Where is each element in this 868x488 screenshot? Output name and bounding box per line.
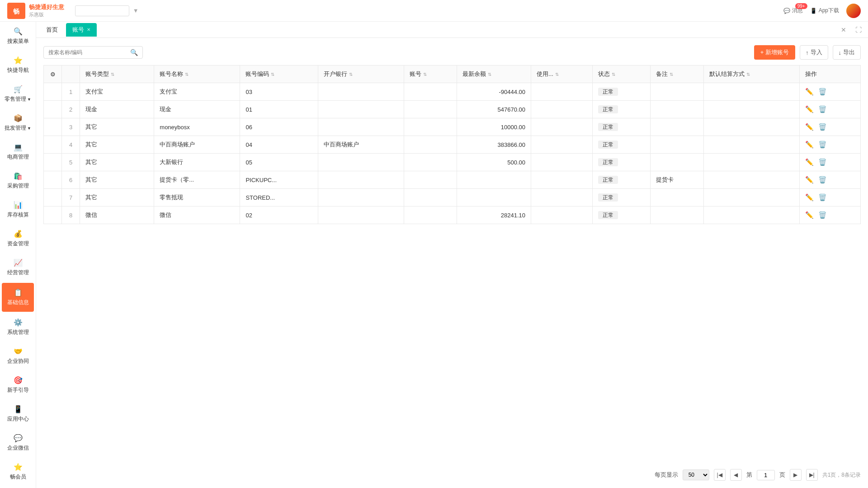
tab-close-all-icon[interactable]: ✕ xyxy=(838,25,849,34)
sidebar-item-retail-mgmt[interactable]: 🛒 零售管理 ▼ xyxy=(0,80,36,108)
tab-expand-icon[interactable]: ⛶ xyxy=(853,25,864,34)
delete-button[interactable]: 🗑️ xyxy=(818,88,827,96)
delete-button[interactable]: 🗑️ xyxy=(818,141,827,149)
row-number: 1 xyxy=(62,83,80,101)
sidebar-label-business-mgmt: 经营管理 xyxy=(7,269,29,277)
sidebar-item-business-mgmt[interactable]: 📈 经营管理 xyxy=(0,253,36,282)
row-bank xyxy=(318,118,404,136)
sidebar-label-inventory: 库存核算 xyxy=(7,211,29,219)
row-usage xyxy=(531,189,593,206)
user-avatar[interactable] xyxy=(846,4,861,18)
row-actions: ✏️ 🗑️ xyxy=(800,189,861,206)
message-button[interactable]: 💬 消息 99+ xyxy=(783,7,803,14)
next-page-button[interactable]: ▶ xyxy=(790,469,802,481)
sidebar-item-vip-member[interactable]: ⭐ 畅会员 xyxy=(0,457,36,486)
delete-button[interactable]: 🗑️ xyxy=(818,193,827,202)
message-badge: 99+ xyxy=(795,3,807,9)
col-account-type[interactable]: 账号类型⇅ xyxy=(80,66,154,83)
col-account-name[interactable]: 账号名称⇅ xyxy=(154,66,240,83)
row-bank: 中百商场账户 xyxy=(318,136,404,154)
edit-button[interactable]: ✏️ xyxy=(805,123,814,131)
row-actions: ✏️ 🗑️ xyxy=(800,118,861,136)
sidebar-item-basic-info[interactable]: 📋 基础信息 xyxy=(2,283,34,312)
logo-area: 畅 畅捷通好生意 乐惠版 ▼ xyxy=(7,3,139,19)
row-number: 8 xyxy=(62,206,80,224)
row-settings-cell xyxy=(44,189,62,206)
sidebar-item-system-mgmt[interactable]: ⚙️ 系统管理 xyxy=(0,313,36,342)
row-remark xyxy=(650,189,703,206)
row-account-code: PICKUPC... xyxy=(240,171,318,189)
sidebar-item-purchase-mgmt[interactable]: 🛍️ 采购管理 xyxy=(0,166,36,195)
row-account-type: 现金 xyxy=(80,101,154,118)
row-default-settlement xyxy=(703,101,799,118)
row-account-name: 提货卡（零... xyxy=(154,171,240,189)
add-account-button[interactable]: + 新增账号 xyxy=(754,45,795,60)
import-button[interactable]: ↑ 导入 xyxy=(800,45,828,60)
tab-home[interactable]: 首页 xyxy=(40,23,64,37)
tab-accounts-close-icon[interactable]: ✕ xyxy=(87,27,90,32)
col-usage[interactable]: 使用...⇅ xyxy=(531,66,593,83)
row-default-settlement xyxy=(703,171,799,189)
first-page-button[interactable]: |◀ xyxy=(714,469,726,481)
pagination: 每页显示 50 10 20 100 |◀ ◀ 第 页 ▶ ▶| 共1页，8条记录 xyxy=(43,464,861,481)
edit-button[interactable]: ✏️ xyxy=(805,176,814,184)
last-page-button[interactable]: ▶| xyxy=(806,469,818,481)
col-account-code[interactable]: 账号编码⇅ xyxy=(240,66,318,83)
edit-button[interactable]: ✏️ xyxy=(805,105,814,113)
sidebar-item-app-center[interactable]: 📱 应用中心 xyxy=(0,399,36,428)
sidebar-item-wholesale-mgmt[interactable]: 📦 批发管理 ▼ xyxy=(0,108,36,137)
delete-button[interactable]: 🗑️ xyxy=(818,211,827,219)
app-download-button[interactable]: 📱 App下载 xyxy=(810,7,839,14)
edit-button[interactable]: ✏️ xyxy=(805,88,814,96)
col-settings[interactable]: ⚙ xyxy=(44,66,62,83)
delete-button[interactable]: 🗑️ xyxy=(818,123,827,131)
sidebar-item-new-guide[interactable]: 🎯 新手引导 xyxy=(0,371,36,399)
sidebar-item-enterprise-wechat[interactable]: 💬 企业微信 xyxy=(0,428,36,457)
sidebar-item-quick-nav[interactable]: ⭐ 快捷导航 xyxy=(0,51,36,80)
export-button[interactable]: ↓ 导出 xyxy=(833,45,861,60)
table-row: 8 微信 微信 02 28241.10 正常 ✏️ 🗑️ xyxy=(44,206,861,224)
sidebar-item-enterprise-agreement[interactable]: 🤝 企业协同 xyxy=(0,342,36,371)
edit-button[interactable]: ✏️ xyxy=(805,193,814,202)
row-number: 4 xyxy=(62,136,80,154)
col-default-settlement[interactable]: 默认结算方式⇅ xyxy=(703,66,799,83)
col-status[interactable]: 状态⇅ xyxy=(593,66,650,83)
edit-button[interactable]: ✏️ xyxy=(805,158,814,166)
edit-button[interactable]: ✏️ xyxy=(805,141,814,149)
row-default-settlement xyxy=(703,118,799,136)
add-account-label: + 新增账号 xyxy=(760,48,789,56)
sidebar-item-search-menu[interactable]: 🔍 搜索菜单 xyxy=(0,22,36,51)
header-search-input[interactable] xyxy=(75,5,129,16)
sidebar-label-wholesale-mgmt: 批发管理 xyxy=(5,124,26,132)
header-search-arrow[interactable]: ▼ xyxy=(133,7,139,14)
delete-button[interactable]: 🗑️ xyxy=(818,105,827,113)
delete-button[interactable]: 🗑️ xyxy=(818,158,827,166)
col-latest-balance[interactable]: 最新余额⇅ xyxy=(457,66,531,83)
sidebar-label-vip-member: 畅会员 xyxy=(10,473,26,481)
top-header: 畅 畅捷通好生意 乐惠版 ▼ 💬 消息 99+ 📱 App下载 xyxy=(0,0,868,22)
sidebar-item-finance-mgmt[interactable]: 💰 资金管理 xyxy=(0,224,36,253)
col-remark[interactable]: 备注⇅ xyxy=(650,66,703,83)
col-account-no[interactable]: 账号⇅ xyxy=(404,66,457,83)
prev-page-button[interactable]: ◀ xyxy=(730,469,742,481)
page-size-select[interactable]: 50 10 20 100 xyxy=(683,469,709,480)
sidebar-item-ecommerce-mgmt[interactable]: 💻 电商管理 xyxy=(0,137,36,166)
basic-info-icon: 📋 xyxy=(14,288,23,297)
edit-button[interactable]: ✏️ xyxy=(805,211,814,219)
row-bank xyxy=(318,154,404,171)
row-usage xyxy=(531,206,593,224)
delete-button[interactable]: 🗑️ xyxy=(818,176,827,184)
tab-accounts[interactable]: 账号 ✕ xyxy=(66,23,97,37)
row-usage xyxy=(531,136,593,154)
row-bank xyxy=(318,101,404,118)
sidebar-item-inventory[interactable]: 📊 库存核算 xyxy=(0,195,36,224)
page-number-input[interactable] xyxy=(757,470,775,480)
row-default-settlement xyxy=(703,136,799,154)
row-account-type: 微信 xyxy=(80,206,154,224)
col-bank[interactable]: 开户银行⇅ xyxy=(318,66,404,83)
message-icon: 💬 xyxy=(783,8,790,14)
search-box[interactable]: 🔍 xyxy=(43,46,143,59)
row-status: 正常 xyxy=(593,171,650,189)
row-bank xyxy=(318,189,404,206)
search-input[interactable] xyxy=(48,49,127,56)
